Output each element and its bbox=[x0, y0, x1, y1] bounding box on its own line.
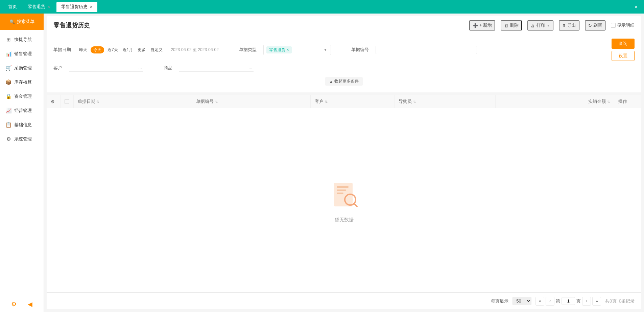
purchase-icon: 🛒 bbox=[5, 65, 11, 71]
th-amount-sort-icon: ⇅ bbox=[607, 100, 610, 104]
page-last-btn[interactable]: » bbox=[592, 297, 601, 306]
sidebar-item-business-label: 经营管理 bbox=[14, 108, 32, 114]
sidebar-item-inventory[interactable]: 📦 库存核算 bbox=[0, 75, 44, 89]
sales-icon: 📊 bbox=[5, 51, 11, 57]
empty-state: 暂无数据 bbox=[47, 108, 641, 292]
customer-filter-label: 客户 bbox=[53, 65, 62, 71]
add-button[interactable]: ➕ + 新增 bbox=[469, 20, 495, 30]
sidebar-settings-icon[interactable]: ⚙ bbox=[11, 300, 17, 308]
sidebar-item-purchase[interactable]: 🛒 采购管理 bbox=[0, 61, 44, 75]
type-tag-remove[interactable]: × bbox=[287, 47, 289, 52]
goods-input[interactable] bbox=[181, 65, 248, 70]
export-button[interactable]: ⬆ 导出 bbox=[559, 20, 579, 30]
collapse-icon: ▲ bbox=[329, 79, 333, 84]
sidebar-item-quicknav[interactable]: ⊞ 快捷导航 bbox=[0, 32, 44, 47]
sidebar-item-basicinfo-label: 基础信息 bbox=[14, 122, 32, 128]
th-billno[interactable]: 单据编号 ⇅ bbox=[192, 95, 311, 108]
page-body: 零售退货历史 ➕ + 新增 🗑 删除 🖨 打印 bbox=[47, 16, 641, 309]
data-table: ⚙ 单据日期 ⇅ 单据编号 ⇅ bbox=[47, 95, 641, 108]
date-btn-today[interactable]: 今天 bbox=[91, 46, 104, 53]
business-icon: 📈 bbox=[5, 108, 11, 114]
th-amount-label: 实销金额 bbox=[588, 99, 606, 104]
tab-retail-return-history-close[interactable]: ✕ bbox=[90, 5, 93, 9]
th-customer[interactable]: 客户 ⇅ bbox=[311, 95, 395, 108]
date-btn-1month[interactable]: 近1月 bbox=[121, 46, 135, 53]
th-billno-sort-icon: ⇅ bbox=[215, 100, 218, 104]
tab-retail-return[interactable]: 零售退货 ✕ bbox=[23, 2, 55, 12]
refresh-button[interactable]: ↻ 刷新 bbox=[585, 20, 605, 30]
th-settings[interactable]: ⚙ bbox=[47, 95, 60, 108]
page-first-btn[interactable]: « bbox=[535, 297, 544, 306]
customer-input[interactable] bbox=[70, 65, 138, 70]
print-button[interactable]: 🖨 打印 ▼ bbox=[527, 20, 553, 30]
sidebar-item-finance[interactable]: 🔒 资金管理 bbox=[0, 89, 44, 104]
display-switch-checkbox[interactable] bbox=[611, 23, 616, 28]
window-close-btn[interactable]: ✕ bbox=[631, 3, 641, 11]
sidebar-item-purchase-label: 采购管理 bbox=[14, 65, 32, 71]
print-chevron-icon: ▼ bbox=[547, 24, 550, 27]
sidebar-collapse-icon[interactable]: ◀ bbox=[28, 300, 32, 308]
tab-home[interactable]: 首页 bbox=[3, 2, 22, 12]
goods-filter-label: 商品 bbox=[164, 65, 172, 71]
date-quick-group: 昨天 今天 近7天 近1月 更多 自定义 bbox=[78, 46, 164, 53]
select-all-checkbox[interactable] bbox=[65, 99, 69, 104]
tab-retail-return-close[interactable]: ✕ bbox=[47, 5, 50, 9]
svg-rect-1 bbox=[337, 186, 349, 188]
th-guide[interactable]: 导购员 ⇅ bbox=[394, 95, 495, 108]
table-header: ⚙ 单据日期 ⇅ 单据编号 ⇅ bbox=[47, 95, 641, 108]
sidebar: 🔍 搜索菜单 ⊞ 快捷导航 📊 销售管理 🛒 采购管理 📦 库存核算 🔒 bbox=[0, 14, 44, 312]
collapse-button[interactable]: ▲ 收起更多条件 bbox=[325, 77, 363, 86]
sidebar-search[interactable]: 🔍 搜索菜单 bbox=[0, 14, 44, 30]
basicinfo-icon: 📋 bbox=[5, 122, 11, 128]
sidebar-item-basicinfo[interactable]: 📋 基础信息 bbox=[0, 118, 44, 132]
th-amount[interactable]: 实销金额 ⇅ bbox=[496, 95, 614, 108]
pagination: 每页显示 50 100 200 « ‹ 第 页 › » 共0页, 0条记录 bbox=[47, 292, 641, 309]
sidebar-item-sales[interactable]: 📊 销售管理 bbox=[0, 47, 44, 61]
tab-bar: 首页 零售退货 ✕ 零售退货历史 ✕ bbox=[3, 2, 631, 12]
tab-retail-return-history-label: 零售退货历史 bbox=[61, 4, 88, 10]
date-btn-more[interactable]: 更多 bbox=[136, 46, 147, 53]
date-btn-custom[interactable]: 自定义 bbox=[149, 46, 164, 53]
empty-state-text: 暂无数据 bbox=[335, 217, 354, 223]
query-button[interactable]: 查询 bbox=[612, 39, 635, 49]
date-btn-7days[interactable]: 近7天 bbox=[106, 46, 119, 53]
sidebar-search-label: 搜索菜单 bbox=[17, 19, 34, 25]
sidebar-item-inventory-label: 库存核算 bbox=[14, 79, 32, 85]
page-next-btn[interactable]: › bbox=[582, 297, 591, 306]
type-tag-label: 零售退货 bbox=[269, 47, 285, 53]
page-unit: 页 bbox=[576, 298, 581, 304]
svg-point-6 bbox=[348, 197, 353, 202]
top-bar: 首页 零售退货 ✕ 零售退货历史 ✕ ✕ bbox=[0, 0, 644, 14]
export-label: 导出 bbox=[567, 22, 576, 28]
filter-card: 零售退货历史 ➕ + 新增 🗑 删除 🖨 打印 bbox=[47, 16, 641, 92]
page-size-select[interactable]: 50 100 200 bbox=[512, 297, 531, 305]
th-date-sort-icon: ⇅ bbox=[96, 100, 99, 104]
sidebar-item-system[interactable]: ⚙ 系统管理 bbox=[0, 132, 44, 146]
th-checkbox[interactable] bbox=[60, 95, 73, 108]
page-number-input[interactable] bbox=[562, 297, 575, 305]
filter-divider: ▲ 收起更多条件 bbox=[47, 75, 641, 88]
setting-button[interactable]: 设置 bbox=[612, 51, 635, 61]
sidebar-item-finance-label: 资金管理 bbox=[14, 93, 32, 99]
empty-state-icon bbox=[327, 178, 361, 211]
tab-retail-return-history[interactable]: 零售退货历史 ✕ bbox=[56, 2, 97, 12]
export-icon: ⬆ bbox=[562, 23, 566, 28]
th-customer-label: 客户 bbox=[315, 99, 324, 104]
delete-button[interactable]: 🗑 删除 bbox=[501, 20, 522, 30]
th-guide-label: 导购员 bbox=[399, 99, 412, 104]
tab-home-label: 首页 bbox=[8, 4, 17, 10]
display-switch-label: 显示明细 bbox=[617, 22, 635, 28]
date-btn-yesterday[interactable]: 昨天 bbox=[78, 46, 89, 53]
svg-line-5 bbox=[354, 203, 357, 206]
main-layout: 🔍 搜索菜单 ⊞ 快捷导航 📊 销售管理 🛒 采购管理 📦 库存核算 🔒 bbox=[0, 14, 644, 312]
billno-input[interactable] bbox=[376, 46, 477, 54]
page-nav: « ‹ 第 页 › » bbox=[535, 297, 601, 306]
page-size-label: 每页显示 bbox=[491, 298, 508, 304]
th-date[interactable]: 单据日期 ⇅ bbox=[73, 95, 192, 108]
page-prev-btn[interactable]: ‹ bbox=[546, 297, 554, 306]
display-switch: 显示明细 bbox=[611, 22, 635, 28]
filter-row-2: 客户 ··· 商品 ··· bbox=[47, 64, 641, 72]
type-selector[interactable]: 零售退货 × ▼ bbox=[263, 45, 331, 55]
sidebar-item-business[interactable]: 📈 经营管理 bbox=[0, 104, 44, 118]
sidebar-bottom: ⚙ ◀ bbox=[0, 296, 44, 312]
